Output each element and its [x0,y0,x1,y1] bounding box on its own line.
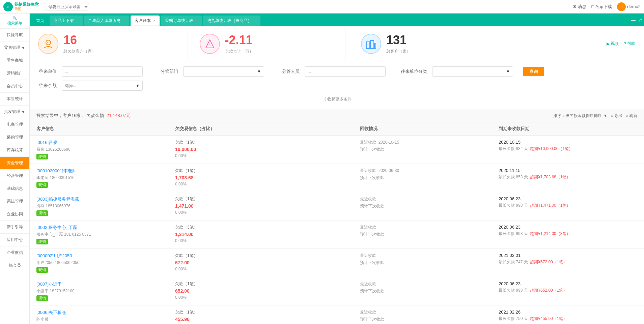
search-icon: 🔍 [12,16,17,20]
customer-name-link[interactable]: [0002]服务中心_丁磊 [36,225,175,231]
stat-icon-total-customers [361,34,381,54]
sidebar-item-retail-store[interactable]: 零售商城 [0,54,29,67]
sidebar-item-inventory[interactable]: 库存核算 [0,144,29,157]
return-info-col: 最近收款 预计下次收款 [360,253,499,266]
message-btn[interactable]: ✉ 消息 [572,4,586,10]
customer-name-link[interactable]: [0003]畅捷服务尹海燕 [36,196,175,202]
app-download-btn[interactable]: □ App下载 [591,4,612,10]
tab-close-purchase-stats-product[interactable]: × [254,19,256,23]
sidebar: 🔍 搜索菜单 快捷导航 零售管理 ▼ 零售商城 营销推广 会员中心 零售统计 [0,13,30,324]
tab-close-production-history[interactable]: × [123,19,125,23]
sidebar-item-retail-stats[interactable]: 零售统计 [0,93,29,106]
overdue-link[interactable]: 超期¥1,471.00（1笔） [530,203,570,208]
sidebar-item-enterprise-collab[interactable]: 企业协同 [0,208,29,221]
table-row: [0006]去下粮仓 陈小希 现销 欠款（1笔） 455.90 0.00% 最近… [30,305,644,324]
tab-products-offline[interactable]: 商品上下架 × [50,16,83,26]
user-avatar-area[interactable]: d demo2 [617,2,641,11]
tab-close-purchase-order-stats[interactable]: × [196,19,198,23]
table-row: [0002]服务中心_丁磊 服务中心_丁磊 181 0125 8371 现销 欠… [30,220,644,249]
tab-close-customer-account[interactable]: × [153,19,156,23]
overdue-link[interactable]: 超期¥652.00（1笔） [530,288,567,293]
customer-name-link[interactable]: [0016]吕俊 [36,140,175,146]
customer-info-col: [0001020001]李老师 李老师 18600391516 现销 [36,168,175,188]
app-logo-text: 畅捷通好生意 示图 [15,2,39,11]
sidebar-item-member-vip[interactable]: 畅会员 [0,259,29,272]
customer-name-link[interactable]: [0006]去下粮仓 [36,310,175,316]
sidebar-item-ops-mgmt[interactable]: 经营管理 [0,170,29,182]
stat-info-customers: 16 总欠款客户（家） [63,33,96,54]
tab-minimize-icon[interactable]: — [631,17,636,23]
stat-icon-customers: ¥ [38,34,58,54]
sidebar-item-system-mgmt[interactable]: 系统管理 [0,195,29,208]
customer-unit-input[interactable]: ... [62,66,143,77]
collapse-btn[interactable]: 《 收起更多条件 [36,95,637,104]
due-date-col: 2020.06.23 最长欠款 998 天 超期¥652.00（1笔） [499,281,637,293]
customer-name-link[interactable]: [0001020001]李老师 [36,168,175,174]
status-badge: 现销 [36,267,48,273]
svg-rect-6 [366,42,370,49]
tab-close-products-offline[interactable]: × [77,19,79,23]
sidebar-item-member-center[interactable]: 会员中心 [0,80,29,93]
status-badge: 现销 [36,154,48,159]
customer-info-col: [0007]小进干 小进干 18279152100 现销 [36,281,175,301]
tab-production-history[interactable]: 产成品入库单历史 × [84,16,129,26]
table-body: [0016]吕俊 吕俊 13026203696 现销 欠款（1笔） 10,000… [30,136,644,324]
balance-select[interactable]: 选择... ▼ [62,81,143,91]
tab-purchase-order-stats[interactable]: 采购订单统计表 × [161,16,202,26]
sidebar-item-retail-mgmt[interactable]: 零售管理 ▼ [0,41,29,54]
overdue-link[interactable]: 超期¥10,000.00（1笔） [530,146,573,151]
due-date-col: 2020.06.23 最长欠款 998 天 超期¥1,214.00（3笔） [499,225,637,237]
search-button[interactable]: 查询 [523,67,544,76]
sidebar-item-app-center[interactable]: 应用中心 [0,234,29,246]
tab-maximize-icon[interactable]: ⤢ [638,17,642,23]
sort-selector[interactable]: 排序：按欠款金额倒序排序 ▼ [553,113,608,119]
table-row: [0007]小进干 小进干 18279152100 现销 欠款（1笔） 652.… [30,277,644,305]
unit-category-select[interactable]: ▼ [432,66,513,77]
help-btn[interactable]: ? 帮助 [624,41,635,47]
debt-info-col: 欠款（1笔） 1,703.68 0.00% [175,168,360,186]
stats-area: ¥ 16 总欠款客户（家） ◇ [30,26,644,61]
tab-bar-actions: — ⤢ [631,17,642,23]
person-input[interactable]: ... [305,66,386,77]
sidebar-item-basic-info[interactable]: 基础信息 [0,182,29,195]
tab-purchase-stats-product[interactable]: 进货单统计表（按商品） × [203,16,260,26]
due-date-col: 2020.10.15 最长欠款 884 天 超期¥10,000.00（1笔） [499,140,637,152]
debt-info-col: 欠款（1笔） 1,471.00 0.00% [175,196,360,215]
collapse-icon: 《 [322,97,327,101]
stat-card-top-right: ▶ 视频 ? 帮助 [607,41,635,47]
arrow-icon: ▼ [21,110,25,114]
overdue-link[interactable]: 超期¥672.00（1笔） [530,260,567,264]
refresh-btn[interactable]: ○ 刷新 [626,113,637,119]
sidebar-item-quick-nav[interactable]: 快捷导航 [0,29,29,41]
filter-area: 往来单位 ... 分管部门 ▼ 分管人员 ... 往来单位 [30,61,644,109]
debt-info-col: 欠款（1笔） 10,000.00 0.00% [175,140,360,158]
customer-name-link[interactable]: [000002]用户2050 [36,253,175,259]
sidebar-item-purchase-mgmt[interactable]: 采购管理 [0,131,29,144]
sidebar-item-batch-mgmt[interactable]: 批发管理 ▼ [0,106,29,118]
sidebar-item-ecommerce[interactable]: 电商管理 [0,118,29,131]
overdue-link[interactable]: 超期¥1,214.00（3笔） [530,231,570,236]
dept-select[interactable]: ▼ [183,66,264,77]
table-header: 客户信息 欠交易信息（占比） 回收情况 到期未收款日期 [30,122,644,136]
video-btn[interactable]: ▶ 视频 [607,41,619,47]
overdue-link[interactable]: 超期¥455.90（1笔） [530,316,567,321]
top-right-area: ✉ 消息 □ App下载 d demo2 [572,2,641,11]
logo-area: 好 畅捷通好生意 示图 母婴行业演示账套 [3,2,89,11]
sidebar-item-enterprise-wechat[interactable]: 企业微信 [0,246,29,259]
return-info-col: 最近收款 2020-10-15 预计下次收款 [360,140,499,152]
unit-category-chevron-icon: ▼ [506,69,510,74]
svg-text:◇: ◇ [208,43,211,47]
sidebar-item-marketing[interactable]: 营销推广 [0,67,29,80]
demo-account-select[interactable]: 母婴行业演示账套 [44,3,89,10]
overdue-link[interactable]: 超期¥1,703.68（1笔） [530,175,570,179]
col-header-debt: 欠交易信息（占比） [175,126,360,132]
search-menu-btn[interactable]: 🔍 搜索菜单 [0,13,29,29]
export-btn[interactable]: ○ 导出 [611,113,622,119]
sidebar-item-capital-mgmt[interactable]: 资金管理 [0,157,29,170]
help-icon: ? [624,41,626,46]
tab-home[interactable]: 首页 [32,16,48,26]
col-header-date: 到期未收款日期 [499,126,637,132]
sidebar-item-new-guide[interactable]: 新手引导 [0,221,29,234]
customer-name-link[interactable]: [0007]小进干 [36,281,175,287]
tab-customer-account[interactable]: 客户账本 × [131,16,160,26]
